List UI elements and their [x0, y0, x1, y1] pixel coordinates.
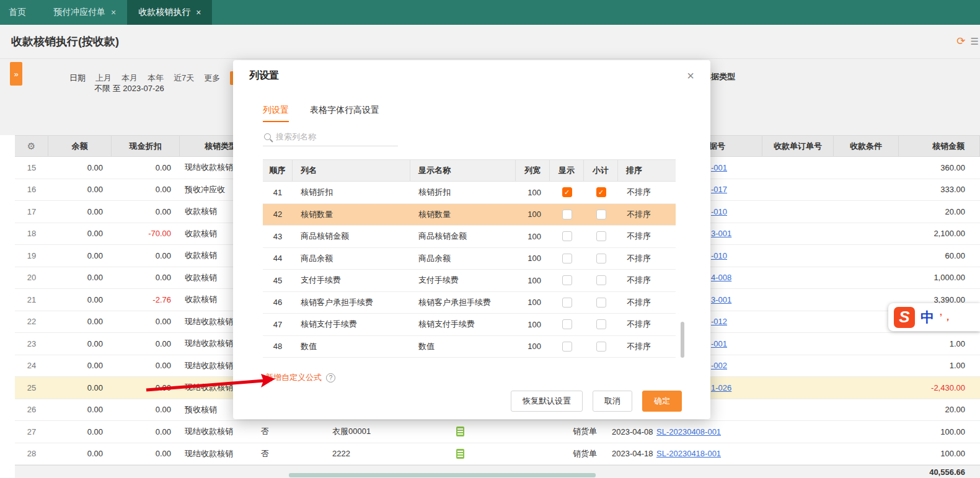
scrollbar-thumb[interactable] — [681, 322, 684, 358]
cell-balance: 0.00 — [48, 355, 112, 377]
cell-amount: 100.00 — [899, 421, 980, 443]
cell-num: 15 — [15, 157, 48, 179]
cell-cash: -70.00 — [112, 223, 180, 245]
show-checkbox[interactable] — [562, 187, 572, 197]
table-row[interactable]: 270.000.00现结收款核销否衣服00001销货单2023-04-08SL-… — [15, 421, 980, 443]
ime-chinese-mode-indicator[interactable]: 中 — [920, 308, 934, 327]
column-setting-row[interactable]: 41核销折扣核销折扣100不排序 — [263, 182, 676, 204]
close-icon[interactable]: × — [687, 69, 694, 82]
modal-cell-order: 43 — [263, 226, 293, 247]
cell-order_no — [762, 421, 834, 443]
confirm-button[interactable]: 确定 — [642, 391, 682, 412]
date-quick-option[interactable]: 更多 — [204, 73, 220, 84]
cell-amount: 333.00 — [899, 179, 980, 201]
cell-docnum: SL-20230418-001 — [654, 443, 762, 465]
modal-cell-sort: 不排序 — [618, 292, 676, 314]
subtotal-checkbox[interactable] — [596, 275, 606, 285]
cell-cash: 0.00 — [112, 377, 180, 399]
table-row[interactable]: 280.000.00现结收款核销否2222销货单2023-04-18SL-202… — [15, 443, 980, 466]
subtotal-checkbox[interactable] — [596, 231, 606, 241]
show-checkbox[interactable] — [562, 254, 572, 263]
doc-number-link[interactable]: SL-20230408-001 — [656, 427, 721, 436]
show-checkbox[interactable] — [562, 319, 572, 329]
menu-icon[interactable]: ☰ — [971, 36, 979, 47]
show-checkbox[interactable] — [562, 342, 572, 352]
cell-num: 28 — [15, 443, 48, 465]
cell-num: 21 — [15, 289, 48, 311]
modal-cell-name: 商品核销金额 — [293, 226, 410, 247]
nav-tab[interactable]: 收款核销执行× — [127, 0, 212, 25]
cell-product: 2222 — [329, 443, 446, 465]
doc-number-link[interactable]: -002 — [711, 361, 727, 370]
tab-column-settings[interactable]: 列设置 — [263, 105, 289, 122]
show-checkbox[interactable] — [562, 298, 572, 308]
document-icon[interactable] — [456, 427, 464, 436]
subtotal-checkbox[interactable] — [596, 187, 606, 197]
cell-balance: 0.00 — [48, 311, 112, 333]
add-custom-formula-link[interactable]: 新增自定义公式 — [265, 372, 322, 383]
date-quick-option[interactable]: 上月 — [95, 73, 112, 84]
subtotal-checkbox[interactable] — [596, 210, 606, 219]
date-quick-option[interactable]: 本年 — [148, 73, 164, 84]
column-setting-row[interactable]: 45支付手续费支付手续费100不排序 — [263, 270, 676, 292]
modal-cell-display: 数值 — [410, 336, 516, 358]
expand-sidebar-button[interactable]: » — [10, 62, 22, 86]
doc-number-link[interactable]: -001 — [711, 339, 727, 348]
cell-amount: 1,000.00 — [899, 267, 980, 289]
cell-order_no — [762, 179, 834, 201]
doc-number-link[interactable]: -017 — [711, 185, 727, 194]
cell-order_no — [762, 443, 834, 465]
doc-number-link[interactable]: -010 — [711, 251, 727, 260]
tab-close-icon[interactable]: × — [196, 8, 201, 17]
help-icon[interactable]: ? — [326, 373, 335, 383]
cell-num: 17 — [15, 201, 48, 223]
horizontal-scrollbar[interactable] — [289, 473, 596, 477]
cancel-button[interactable]: 取消 — [593, 391, 632, 412]
search-column-input[interactable] — [276, 132, 387, 141]
cell-doctype: 销货单 — [570, 443, 611, 465]
subtotal-checkbox[interactable] — [596, 319, 606, 329]
doc-number-link[interactable]: 4-008 — [711, 273, 731, 282]
modal-cell-subtotal — [584, 314, 618, 335]
column-setting-row[interactable]: 46核销客户承担手续费核销客户承担手续费100不排序 — [263, 292, 676, 314]
modal-cell-show — [550, 204, 584, 226]
show-checkbox[interactable] — [562, 210, 572, 219]
doc-number-link[interactable]: -001 — [711, 163, 727, 172]
doc-number-link[interactable]: 1-026 — [711, 383, 731, 392]
subtotal-checkbox[interactable] — [596, 298, 606, 308]
doc-number-link[interactable]: 3-001 — [711, 295, 731, 304]
doc-number-link[interactable]: 3-001 — [711, 229, 731, 238]
show-checkbox[interactable] — [562, 275, 572, 285]
doc-number-link[interactable]: -010 — [711, 207, 727, 216]
gear-icon[interactable]: ⚙ — [27, 141, 35, 152]
cell-balance: 0.00 — [48, 223, 112, 245]
show-checkbox[interactable] — [562, 231, 572, 241]
restore-default-button[interactable]: 恢复默认设置 — [511, 391, 583, 412]
modal-cell-display: 核销客户承担手续费 — [410, 292, 516, 314]
modal-cell-width: 100 — [516, 314, 550, 335]
column-setting-row[interactable]: 48数值数值100不排序 — [263, 336, 676, 358]
modal-scrollbar[interactable] — [681, 182, 684, 358]
tab-close-icon[interactable]: × — [111, 8, 116, 17]
modal-cell-display: 核销数量 — [410, 204, 516, 226]
cell-balance: 0.00 — [48, 333, 112, 355]
subtotal-checkbox[interactable] — [596, 254, 606, 263]
column-setting-row[interactable]: 43商品核销金额商品核销金额100不排序 — [263, 226, 676, 248]
ime-punctuation-indicator[interactable]: ’， — [940, 312, 953, 323]
column-setting-row[interactable]: 42核销数量核销数量100不排序 — [263, 204, 676, 226]
nav-tab[interactable]: 首页 — [0, 0, 35, 25]
doc-number-link[interactable]: -012 — [711, 317, 727, 326]
date-quick-option[interactable]: 本月 — [121, 73, 138, 84]
modal-cell-name: 核销折扣 — [293, 182, 410, 203]
column-setting-row[interactable]: 47核销支付手续费核销支付手续费100不排序 — [263, 314, 676, 336]
doc-number-link[interactable]: SL-20230418-001 — [656, 449, 721, 458]
subtotal-checkbox[interactable] — [596, 342, 606, 352]
document-icon[interactable] — [456, 449, 464, 459]
sogou-logo-icon: S — [894, 307, 915, 328]
date-quick-option[interactable]: 近7天 — [174, 73, 194, 84]
nav-tab[interactable]: 预付冲应付单× — [42, 0, 127, 25]
cell-icon — [446, 443, 474, 465]
column-setting-row[interactable]: 44商品余额商品余额100不排序 — [263, 248, 676, 270]
refresh-icon[interactable]: ⟳ — [956, 35, 965, 48]
tab-font-row-height-settings[interactable]: 表格字体行高设置 — [310, 105, 379, 122]
